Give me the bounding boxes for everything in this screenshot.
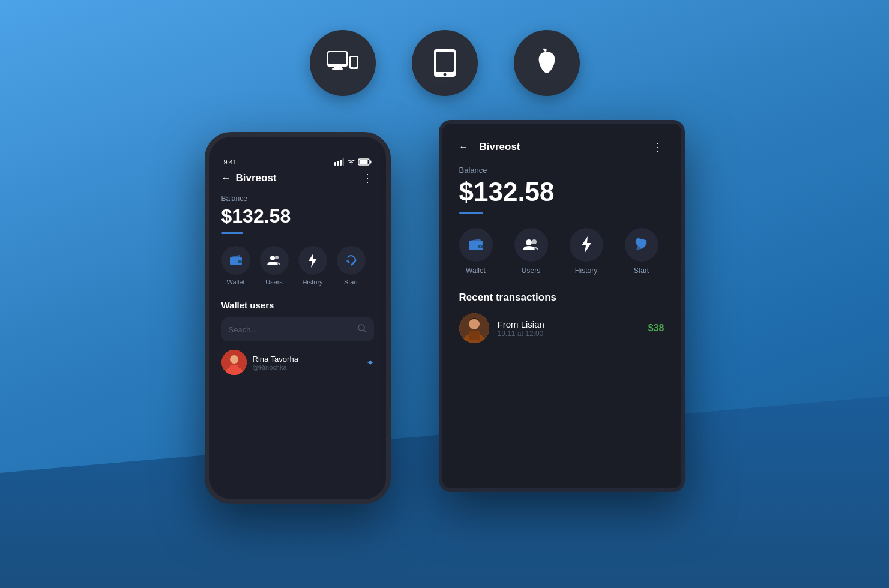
svg-point-31 bbox=[532, 239, 537, 244]
history-label-left: History bbox=[302, 278, 322, 286]
svg-rect-26 bbox=[230, 365, 238, 371]
action-row-left: Wallet Users bbox=[221, 246, 374, 286]
time-display: 9:41 bbox=[224, 158, 237, 166]
svg-rect-8 bbox=[436, 52, 454, 72]
history-action-right[interactable]: History bbox=[570, 228, 603, 275]
svg-point-21 bbox=[275, 256, 279, 259]
wallet-icon-right bbox=[468, 238, 484, 251]
star-icon[interactable]: ✦ bbox=[366, 357, 374, 368]
users-action[interactable]: Users bbox=[260, 246, 289, 286]
history-label-right: History bbox=[575, 266, 597, 275]
svg-rect-11 bbox=[337, 161, 339, 166]
trans-info-lisian: From Lisian 19.11 at 12:00 bbox=[498, 319, 640, 338]
users-icon-right-circle bbox=[514, 228, 548, 262]
users-icon-circle bbox=[260, 246, 289, 275]
status-icons bbox=[334, 158, 372, 166]
history-action[interactable]: History bbox=[298, 246, 327, 286]
wallet-users-title: Wallet users bbox=[221, 300, 374, 310]
action-row-right: Wallet Users bbox=[459, 228, 664, 275]
svg-rect-34 bbox=[469, 331, 480, 340]
users-action-right[interactable]: Users bbox=[514, 228, 548, 275]
balance-label-right: Balance bbox=[459, 166, 664, 175]
back-button-left[interactable]: ← bbox=[221, 173, 231, 184]
start-action[interactable]: Start bbox=[337, 246, 366, 286]
app-header-right: ← Bivreost ⋮ bbox=[459, 140, 664, 154]
balance-label-left: Balance bbox=[221, 194, 374, 203]
header-left-right: ← Bivreost bbox=[459, 141, 652, 153]
users-label-left: Users bbox=[265, 278, 283, 286]
svg-point-33 bbox=[469, 319, 480, 329]
recent-transactions-title: Recent transactions bbox=[459, 292, 664, 304]
phone-left: 9:41 bbox=[205, 132, 391, 504]
history-icon-circle bbox=[298, 246, 327, 275]
start-icon bbox=[345, 254, 358, 267]
phone-notch bbox=[262, 137, 334, 154]
search-bar[interactable]: Seach... bbox=[221, 317, 374, 341]
transaction-item-lisian[interactable]: From Lisian 19.11 at 12:00 $38 bbox=[459, 313, 664, 343]
search-placeholder: Seach... bbox=[229, 325, 357, 334]
svg-rect-5 bbox=[351, 57, 357, 67]
lightning-icon bbox=[307, 253, 318, 268]
user-handle: @Rinochka bbox=[253, 364, 360, 371]
start-label-right: Start bbox=[634, 266, 649, 275]
balance-underline-left bbox=[221, 232, 243, 234]
wallet-icon bbox=[229, 254, 243, 266]
lightning-icon-right bbox=[580, 236, 592, 253]
devices-icon bbox=[327, 50, 359, 76]
search-icon bbox=[357, 323, 367, 335]
balance-amount-right: $132.58 bbox=[459, 177, 664, 207]
users-icon-right bbox=[523, 238, 540, 251]
wallet-action-right[interactable]: Wallet bbox=[459, 228, 493, 275]
wallet-label-right: Wallet bbox=[466, 266, 486, 275]
phone-right-screen: ← Bivreost ⋮ Balance $132.58 bbox=[442, 124, 681, 488]
wifi-icon bbox=[346, 158, 356, 166]
wallet-action[interactable]: Wallet bbox=[221, 246, 250, 286]
svg-point-29 bbox=[480, 246, 481, 247]
svg-point-20 bbox=[270, 256, 275, 260]
side-button bbox=[390, 197, 391, 233]
start-action-right[interactable]: Start bbox=[625, 228, 658, 275]
svg-rect-12 bbox=[340, 160, 342, 166]
svg-rect-1 bbox=[328, 52, 346, 64]
svg-point-25 bbox=[230, 355, 238, 364]
tablet-icon bbox=[433, 48, 457, 78]
devices-icon-circle bbox=[310, 30, 376, 96]
app-title-right: Bivreost bbox=[480, 141, 652, 153]
wallet-icon-circle bbox=[221, 246, 250, 275]
svg-point-9 bbox=[443, 73, 446, 76]
balance-amount-left: $132.58 bbox=[221, 205, 374, 227]
user-name: Rina Tavorha bbox=[253, 355, 360, 364]
svg-rect-2 bbox=[334, 67, 342, 68]
users-icon bbox=[267, 254, 282, 266]
svg-point-22 bbox=[358, 325, 364, 331]
balance-underline-right bbox=[459, 212, 483, 214]
user-info-rina: Rina Tavorha @Rinochka bbox=[253, 355, 360, 371]
user-avatar-rina bbox=[221, 350, 247, 375]
back-button-right[interactable]: ← bbox=[459, 142, 469, 152]
svg-rect-16 bbox=[370, 161, 372, 164]
more-button-left[interactable]: ⋮ bbox=[362, 172, 374, 185]
apple-icon bbox=[533, 47, 561, 79]
svg-rect-10 bbox=[334, 162, 336, 166]
app-title-left: Bivreost bbox=[236, 172, 362, 184]
app-header-left: ← Bivreost ⋮ bbox=[221, 172, 374, 185]
wallet-label-left: Wallet bbox=[226, 278, 244, 286]
history-icon-right-circle bbox=[570, 228, 603, 262]
phones-container: 9:41 bbox=[205, 132, 685, 504]
svg-point-30 bbox=[526, 239, 532, 245]
status-bar: 9:41 bbox=[221, 158, 374, 166]
trans-amount: $38 bbox=[648, 323, 664, 334]
top-icons-row bbox=[310, 30, 580, 96]
start-icon-circle bbox=[337, 246, 366, 275]
user-item-rina[interactable]: Rina Tavorha @Rinochka ✦ bbox=[221, 350, 374, 375]
svg-rect-15 bbox=[359, 160, 367, 164]
apple-icon-circle bbox=[514, 30, 580, 96]
phone-right: ← Bivreost ⋮ Balance $132.58 bbox=[439, 120, 685, 492]
phone-left-screen: 9:41 bbox=[209, 137, 386, 499]
wallet-icon-right-circle bbox=[459, 228, 493, 262]
users-label-right: Users bbox=[522, 266, 540, 275]
start-label-left: Start bbox=[344, 278, 358, 286]
trans-name: From Lisian bbox=[498, 319, 640, 329]
svg-line-23 bbox=[364, 330, 366, 332]
more-button-right[interactable]: ⋮ bbox=[652, 140, 664, 154]
